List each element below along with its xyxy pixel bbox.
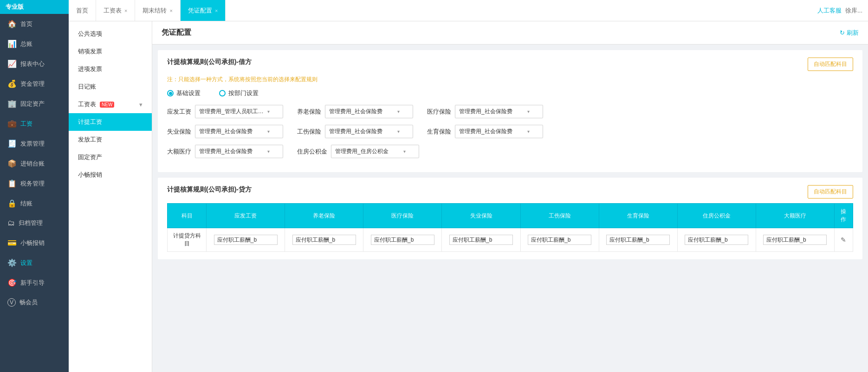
field-pension-label: 养老保险	[297, 108, 321, 116]
sidebar-item-ledger[interactable]: 📊 总账	[0, 34, 69, 54]
cell-maternity-value[interactable]	[599, 228, 677, 252]
section-debit-rules: 计提核算规则(公司承担)-借方 自动匹配科目 注：只能选择一种方式，系统将按照您…	[158, 50, 862, 172]
sidebar-item-inventory[interactable]: 📦 进销台账	[0, 154, 69, 173]
unemployment-dropdown-arrow: ▾	[267, 129, 270, 134]
nav-public[interactable]: 公共选项	[69, 25, 152, 43]
nav-purchase-invoice[interactable]: 进项发票	[69, 60, 152, 78]
customer-service[interactable]: 人工客服	[817, 6, 842, 15]
nav-calc-salary[interactable]: 计提工资	[69, 113, 152, 131]
nav-xiaochang-exp[interactable]: 小畅报销	[69, 166, 152, 184]
section1-notice: 注：只能选择一种方式，系统将按照您当前的选择来配置规则	[167, 76, 853, 83]
input-pension[interactable]	[292, 235, 356, 245]
cell-action[interactable]: ✎	[834, 228, 853, 252]
input-work-injury[interactable]	[528, 235, 591, 245]
page-header: 凭证配置 ↻ 刷新	[152, 21, 868, 45]
field-wages-select[interactable]: 管理费用_管理人员职工薪酬 ▾	[195, 105, 283, 118]
sidebar-item-archive[interactable]: 🗂 归档管理	[0, 213, 69, 233]
capital-icon: 💰	[7, 79, 17, 88]
tax-icon: 📋	[7, 179, 17, 188]
input-housing[interactable]	[685, 235, 748, 245]
section1-title: 计提核算规则(公司承担)-借方	[167, 58, 252, 66]
sidebar-item-xiaochang[interactable]: 💳 小畅报销	[0, 233, 69, 253]
nav-sales-invoice[interactable]: 销项发票	[69, 43, 152, 60]
settings-icon: ⚙️	[7, 258, 17, 267]
tab-payroll[interactable]: 工资表 ×	[96, 0, 135, 21]
invoice-icon: 🧾	[7, 139, 17, 148]
nav-fixed-assets[interactable]: 固定资产	[69, 148, 152, 166]
cell-housing-value[interactable]	[677, 228, 756, 252]
sidebar-item-assets[interactable]: 🏢 固定资产	[0, 94, 69, 114]
sidebar-item-guide[interactable]: 🎯 新手引导	[0, 273, 69, 293]
col-pension: 养老保险	[285, 204, 363, 228]
cell-work-injury-value[interactable]	[520, 228, 599, 252]
radio-basic-setup[interactable]: 基础设置	[167, 89, 201, 97]
col-housing: 住房公积金	[677, 204, 756, 228]
field-major-medical-label: 大额医疗	[167, 148, 191, 156]
col-maternity: 生育保险	[599, 204, 677, 228]
cell-unemployment-value[interactable]	[442, 228, 520, 252]
input-medical[interactable]	[371, 235, 434, 245]
cell-major-medical-value[interactable]	[756, 228, 834, 252]
col-medical: 医疗保险	[363, 204, 442, 228]
tab-voucher-config[interactable]: 凭证配置 ×	[181, 0, 226, 21]
tab-home[interactable]: 首页	[69, 0, 96, 21]
username-display: 徐库...	[845, 6, 862, 15]
xiaochang-icon: 💳	[7, 238, 17, 247]
close-account-icon: 🔒	[7, 199, 17, 208]
field-wages: 应发工资 管理费用_管理人员职工薪酬 ▾	[167, 105, 283, 118]
edit-icon[interactable]: ✎	[841, 236, 846, 244]
field-work-injury-select[interactable]: 管理费用_社会保险费 ▾	[325, 125, 413, 138]
cell-medical-value[interactable]	[363, 228, 442, 252]
field-unemployment-select[interactable]: 管理费用_社会保险费 ▾	[195, 125, 283, 138]
close-voucher-tab[interactable]: ×	[215, 8, 218, 13]
radio-basic-circle	[167, 90, 174, 96]
input-maternity[interactable]	[606, 235, 670, 245]
field-medical-select[interactable]: 管理费用_社会保险费 ▾	[455, 105, 543, 118]
sidebar-item-member[interactable]: V 畅会员	[0, 293, 69, 312]
field-housing-fund-label: 住房公积金	[297, 148, 327, 156]
housing-fund-dropdown-arrow: ▾	[403, 149, 406, 154]
field-work-injury: 工伤保险 管理费用_社会保险费 ▾	[297, 125, 413, 138]
tab-period-close[interactable]: 期末结转 ×	[135, 0, 180, 21]
field-row-1: 应发工资 管理费用_管理人员职工薪酬 ▾ 养老保险 管理费用_社会保险费 ▾	[167, 105, 853, 118]
field-major-medical: 大额医疗 管理费用_社会保险费 ▾	[167, 145, 283, 158]
nav-journal[interactable]: 日记账	[69, 78, 152, 96]
auto-match-credit-button[interactable]: 自动匹配科目	[808, 185, 853, 199]
nav-pay-salary[interactable]: 发放工资	[69, 131, 152, 148]
input-wages[interactable]	[214, 235, 278, 245]
home-icon: 🏠	[7, 19, 17, 28]
field-major-medical-select[interactable]: 管理费用_社会保险费 ▾	[195, 145, 283, 158]
main-area: 首页 工资表 × 期末结转 × 凭证配置 × 人工客服 徐库... 公共选项 销…	[69, 0, 868, 372]
auto-match-debit-button[interactable]: 自动匹配科目	[808, 58, 853, 71]
col-wages: 应发工资	[207, 204, 285, 228]
sidebar-item-invoice[interactable]: 🧾 发票管理	[0, 134, 69, 154]
payroll-arrow: ▾	[139, 101, 143, 108]
sidebar-item-tax[interactable]: 📋 税务管理	[0, 173, 69, 193]
sidebar-item-home[interactable]: 🏠 首页	[0, 14, 69, 34]
field-row-3: 大额医疗 管理费用_社会保险费 ▾ 住房公积金 管理费用_住房公积金 ▾	[167, 145, 853, 158]
field-maternity-select[interactable]: 管理费用_社会保险费 ▾	[455, 125, 543, 138]
field-housing-fund-select[interactable]: 管理费用_住房公积金 ▾	[331, 145, 419, 158]
major-medical-dropdown-arrow: ▾	[267, 149, 270, 154]
nav-payroll-table[interactable]: 工资表 NEW ▾	[69, 96, 152, 113]
field-pension-select[interactable]: 管理费用_社会保险费 ▾	[325, 105, 413, 118]
sidebar-item-close[interactable]: 🔒 结账	[0, 193, 69, 213]
close-payroll-tab[interactable]: ×	[124, 8, 127, 13]
refresh-button[interactable]: ↻ 刷新	[840, 29, 859, 37]
input-major-medical[interactable]	[763, 235, 827, 245]
topbar: 首页 工资表 × 期末结转 × 凭证配置 × 人工客服 徐库...	[69, 0, 868, 21]
sidebar-item-settings[interactable]: ⚙️ 设置	[0, 253, 69, 273]
medical-dropdown-arrow: ▾	[527, 109, 530, 114]
pension-dropdown-arrow: ▾	[397, 109, 400, 114]
radio-dept-setup[interactable]: 按部门设置	[219, 89, 259, 97]
table-header-row: 科目 应发工资 养老保险 医疗保险 失业保险 工伤保险 生育保险 住房公积金 大…	[168, 204, 853, 228]
sidebar-item-salary[interactable]: 💼 工资	[0, 114, 69, 134]
cell-pension-value[interactable]	[285, 228, 363, 252]
input-unemployment[interactable]	[449, 235, 513, 245]
sidebar-item-capital[interactable]: 💰 资金管理	[0, 74, 69, 94]
sidebar-item-report[interactable]: 📈 报表中心	[0, 54, 69, 74]
cell-wages-value[interactable]	[207, 228, 285, 252]
left-nav: 公共选项 销项发票 进项发票 日记账 工资表 NEW ▾ 计提工资 发放工资	[69, 21, 152, 372]
close-period-tab[interactable]: ×	[169, 8, 172, 13]
report-icon: 📈	[7, 59, 17, 68]
